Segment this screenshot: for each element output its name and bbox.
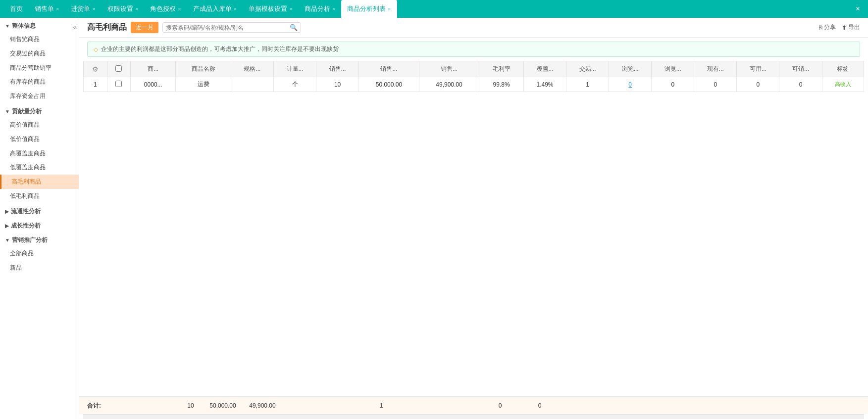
col-browse2[interactable]: 浏览...: [652, 61, 694, 77]
col-tag[interactable]: 标签: [822, 61, 864, 77]
cell-browse1[interactable]: 0: [609, 77, 652, 92]
sidebar-collapse-button[interactable]: «: [71, 22, 79, 32]
share-icon: ⎘: [819, 24, 822, 31]
cell-code: 0000...: [131, 77, 176, 92]
col-code[interactable]: 商...: [131, 61, 176, 77]
search-icon[interactable]: 🔍: [290, 24, 298, 31]
nav-permission[interactable]: 权限设置 ×: [102, 0, 144, 18]
col-settings[interactable]: ⚙: [84, 61, 107, 77]
cell-spec: [231, 77, 273, 92]
footer-totals: 合计: 10 50,000.00 49,900.00 1 0 0: [79, 396, 868, 414]
nav-purchase-close[interactable]: ×: [92, 6, 95, 12]
nav-sales-close[interactable]: ×: [56, 6, 59, 12]
select-all-checkbox[interactable]: [115, 65, 122, 72]
export-icon: ⬆: [842, 24, 847, 31]
search-input[interactable]: [166, 24, 290, 31]
nav-permission-close[interactable]: ×: [135, 6, 138, 12]
sidebar-item-stock-capital[interactable]: 库存资金占用: [0, 89, 79, 103]
nav-home[interactable]: 首页: [4, 0, 29, 18]
col-spec[interactable]: 规格...: [231, 61, 273, 77]
footer-label: 合计:: [87, 402, 101, 410]
sidebar-item-low-value[interactable]: 低价值商品: [0, 132, 79, 146]
sidebar-item-traded[interactable]: 交易过的商品: [0, 47, 79, 61]
search-box: 🔍: [162, 22, 301, 33]
nav-role-close[interactable]: ×: [178, 6, 181, 12]
export-button[interactable]: ⬆ 导出: [842, 23, 860, 32]
sidebar-item-high-value[interactable]: 高价值商品: [0, 118, 79, 132]
top-nav-bar: 首页 销售单 × 进货单 × 权限设置 × 角色授权 × 产成品入库单 × 单据…: [0, 0, 868, 18]
sidebar-item-new-products[interactable]: 新品: [0, 261, 79, 275]
sidebar-item-high-coverage[interactable]: 高覆盖度商品: [0, 146, 79, 161]
cell-sales-qty: 10: [316, 77, 359, 92]
share-button[interactable]: ⎘ 分享: [819, 23, 836, 32]
col-checkbox: [107, 61, 131, 77]
column-settings-icon[interactable]: ⚙: [92, 65, 99, 73]
col-trade-count[interactable]: 交易...: [566, 61, 609, 77]
col-saleable[interactable]: 可销...: [779, 61, 822, 77]
col-browse1[interactable]: 浏览...: [609, 61, 652, 77]
nav-analysis-list-close[interactable]: ×: [388, 6, 391, 12]
nav-role[interactable]: 角色授权 ×: [144, 0, 187, 18]
nav-sales[interactable]: 销售单 ×: [29, 0, 65, 18]
group-arrow-contribution: ▼: [5, 109, 10, 114]
sidebar-group-marketing[interactable]: ▼ 营销推广分析: [0, 232, 79, 246]
cell-sales-amt: 50,000.00: [359, 77, 419, 92]
content-header: 高毛利商品 近一月 🔍 ⎘ 分享 ⬆ 导出: [79, 18, 868, 38]
sidebar-group-circulation[interactable]: ▶ 流通性分析: [0, 203, 79, 218]
nav-analysis-close[interactable]: ×: [332, 6, 335, 12]
col-unit[interactable]: 计量...: [273, 61, 316, 77]
data-table: ⚙ 商... 商品名称 规格... 计量... 销售... 销售... 销售..…: [83, 61, 864, 92]
page-title: 高毛利商品: [87, 22, 127, 33]
cell-saleable: 0: [779, 77, 822, 92]
nav-product-analysis-list[interactable]: 商品分析列表 ×: [341, 0, 397, 18]
info-banner: ◇ 企业的主要的利润都是这部分商品创造的，可考虑加大推广，同时关注库存是不要出现…: [87, 42, 860, 57]
sidebar-item-high-gross[interactable]: 高毛利商品: [0, 175, 79, 189]
col-stock[interactable]: 现有...: [694, 61, 737, 77]
nav-template[interactable]: 单据模板设置 ×: [243, 0, 298, 18]
sidebar-item-in-stock[interactable]: 有库存的商品: [0, 75, 79, 89]
col-available[interactable]: 可用...: [737, 61, 779, 77]
nav-product-inbound[interactable]: 产成品入库单 ×: [187, 0, 243, 18]
data-table-wrapper[interactable]: ⚙ 商... 商品名称 规格... 计量... 销售... 销售... 销售..…: [83, 61, 864, 396]
info-text: 企业的主要的利润都是这部分商品创造的，可考虑加大推广，同时关注库存是不要出现缺货: [101, 45, 339, 53]
col-gross-rate[interactable]: 毛利率: [479, 61, 524, 77]
header-actions: ⎘ 分享 ⬆ 导出: [819, 23, 860, 32]
browse1-link[interactable]: 0: [628, 81, 632, 88]
filter-period-button[interactable]: 近一月: [131, 22, 158, 33]
nav-product-analysis[interactable]: 商品分析 ×: [299, 0, 341, 18]
cell-tag: 高收入: [822, 77, 864, 92]
cell-checkbox[interactable]: [107, 77, 131, 92]
cell-available: 0: [737, 77, 779, 92]
footer-sales-amt: 50,000.00: [203, 402, 243, 409]
row-checkbox[interactable]: [115, 81, 122, 87]
sidebar-group-growth[interactable]: ▶ 成长性分析: [0, 218, 79, 232]
window-close-button[interactable]: ×: [852, 4, 864, 13]
group-arrow-marketing: ▼: [5, 237, 10, 243]
sidebar-item-all-products[interactable]: 全部商品: [0, 246, 79, 261]
cell-unit: 个: [273, 77, 316, 92]
group-arrow-overall: ▼: [5, 23, 10, 29]
nav-template-close[interactable]: ×: [289, 6, 292, 12]
sidebar-item-sales-rate[interactable]: 商品分营助销率: [0, 61, 79, 75]
nav-product-close[interactable]: ×: [234, 6, 237, 12]
col-sales-cost[interactable]: 销售...: [419, 61, 479, 77]
group-arrow-growth: ▶: [5, 223, 9, 229]
sidebar-group-contribution[interactable]: ▼ 贡献量分析: [0, 103, 79, 118]
cell-coverage: 1.49%: [523, 77, 566, 92]
nav-purchase[interactable]: 进货单 ×: [65, 0, 101, 18]
col-coverage[interactable]: 覆盖...: [523, 61, 566, 77]
sidebar-group-overall[interactable]: ▼ 整体信息: [0, 18, 79, 32]
horizontal-scrollbar[interactable]: [83, 414, 864, 419]
cell-name: 运费: [176, 77, 231, 92]
col-name[interactable]: 商品名称: [176, 61, 231, 77]
footer-sales-cost: 49,900.00: [243, 402, 282, 409]
col-sales-amt[interactable]: 销售...: [359, 61, 419, 77]
table-header-row: ⚙ 商... 商品名称 规格... 计量... 销售... 销售... 销售..…: [84, 61, 864, 77]
sidebar-item-low-gross[interactable]: 低毛利商品: [0, 189, 79, 203]
cell-trade-count: 1: [566, 77, 609, 92]
cell-sales-cost: 49,900.00: [419, 77, 479, 92]
sidebar-item-low-coverage[interactable]: 低覆盖度商品: [0, 160, 79, 175]
sidebar: « ▼ 整体信息 销售览商品 交易过的商品 商品分营助销率 有库存的商品 库存资…: [0, 18, 79, 419]
col-sales-qty[interactable]: 销售...: [316, 61, 359, 77]
sidebar-item-sales-overview[interactable]: 销售览商品: [0, 32, 79, 47]
